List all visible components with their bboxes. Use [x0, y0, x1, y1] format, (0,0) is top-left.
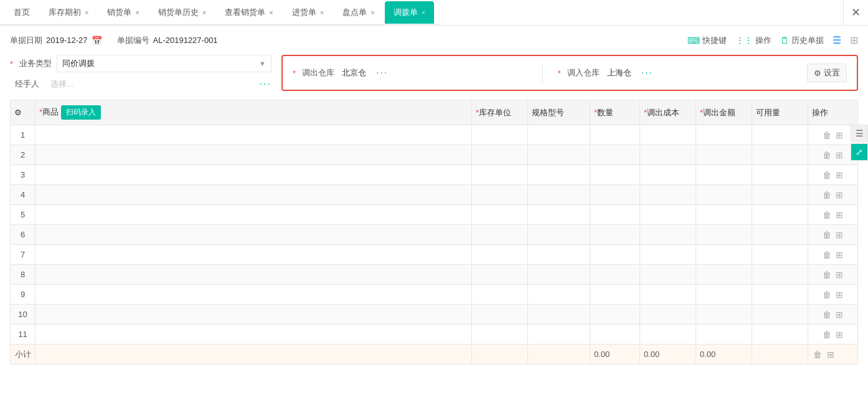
row-avail[interactable] — [752, 185, 808, 205]
row-cost[interactable] — [640, 245, 696, 265]
delete-icon[interactable]: 🗑 — [823, 310, 831, 320]
copy-icon[interactable]: ⊞ — [836, 170, 843, 180]
row-product[interactable] — [35, 205, 472, 225]
delete-icon[interactable]: 🗑 — [823, 150, 831, 160]
tab-purchase-order[interactable]: 进货单× — [283, 1, 333, 24]
delete-icon[interactable]: 🗑 — [823, 290, 831, 300]
row-avail[interactable] — [752, 205, 808, 225]
row-unit[interactable] — [472, 285, 528, 305]
row-avail[interactable] — [752, 325, 808, 345]
row-cost[interactable] — [640, 285, 696, 305]
row-product[interactable] — [35, 285, 472, 305]
row-unit[interactable] — [472, 225, 528, 245]
row-spec[interactable] — [528, 325, 590, 345]
row-spec[interactable] — [528, 185, 590, 205]
row-avail[interactable] — [752, 305, 808, 325]
row-avail[interactable] — [752, 165, 808, 185]
tab-sales-order[interactable]: 销货单× — [98, 1, 148, 24]
person-input[interactable]: 选择... — [50, 79, 73, 90]
copy-icon[interactable]: ⊞ — [836, 250, 843, 260]
delete-icon[interactable]: 🗑 — [823, 130, 831, 140]
row-qty[interactable] — [590, 185, 640, 205]
row-cost[interactable] — [640, 145, 696, 165]
row-cost[interactable] — [640, 305, 696, 325]
delete-icon[interactable]: 🗑 — [823, 250, 831, 260]
tab-close-inventory-check[interactable]: × — [370, 9, 374, 16]
row-qty[interactable] — [590, 225, 640, 245]
tab-close-inventory-init[interactable]: × — [85, 9, 88, 16]
shortcuts-button[interactable]: ⌨ 快捷键 — [687, 35, 727, 46]
row-spec[interactable] — [528, 305, 590, 325]
copy-icon[interactable]: ⊞ — [836, 210, 843, 220]
row-qty[interactable] — [590, 305, 640, 325]
delete-icon[interactable]: 🗑 — [823, 210, 831, 220]
row-amount[interactable] — [696, 185, 752, 205]
tab-close-sales-history[interactable]: × — [202, 9, 206, 16]
copy-icon[interactable]: ⊞ — [836, 330, 843, 340]
history-button[interactable]: 🗒 历史单据 — [780, 35, 824, 46]
row-spec[interactable] — [528, 285, 590, 305]
scan-button[interactable]: 扫码录入 — [61, 105, 101, 120]
row-qty[interactable] — [590, 265, 640, 285]
tab-close-sales-order[interactable]: × — [135, 9, 139, 16]
row-amount[interactable] — [696, 265, 752, 285]
row-amount[interactable] — [696, 205, 752, 225]
row-amount[interactable] — [696, 225, 752, 245]
delete-icon[interactable]: 🗑 — [823, 270, 831, 280]
tab-view-sales[interactable]: 查看销货单× — [216, 1, 281, 24]
row-spec[interactable] — [528, 165, 590, 185]
tab-close-view-sales[interactable]: × — [269, 9, 273, 16]
tab-close-purchase-order[interactable]: × — [320, 9, 324, 16]
row-qty[interactable] — [590, 165, 640, 185]
tab-home[interactable]: 首页 — [5, 1, 39, 24]
subtotal-copy-icon[interactable]: ⊞ — [827, 350, 834, 359]
delete-icon[interactable]: 🗑 — [823, 170, 831, 180]
row-spec[interactable] — [528, 145, 590, 165]
row-unit[interactable] — [472, 265, 528, 285]
row-product[interactable] — [35, 325, 472, 345]
tab-transfer-order[interactable]: 调拨单× — [385, 1, 434, 24]
window-close-button[interactable]: ✕ — [843, 0, 868, 25]
row-cost[interactable] — [640, 125, 696, 145]
row-spec[interactable] — [528, 245, 590, 265]
row-qty[interactable] — [590, 285, 640, 305]
delete-icon[interactable]: 🗑 — [823, 190, 831, 200]
layout-grid-button[interactable]: ⊞ — [850, 34, 858, 46]
calendar-icon[interactable]: 📅 — [92, 36, 102, 45]
row-product[interactable] — [35, 125, 472, 145]
row-amount[interactable] — [696, 145, 752, 165]
row-avail[interactable] — [752, 225, 808, 245]
copy-icon[interactable]: ⊞ — [836, 150, 843, 160]
side-expand-button[interactable]: ⤢ — [851, 143, 868, 161]
warehouse-in-dots-button[interactable]: ··· — [641, 67, 653, 79]
row-cost[interactable] — [640, 165, 696, 185]
row-unit[interactable] — [472, 305, 528, 325]
row-avail[interactable] — [752, 285, 808, 305]
row-qty[interactable] — [590, 205, 640, 225]
subtotal-delete-icon[interactable]: 🗑 — [813, 350, 822, 359]
row-avail[interactable] — [752, 145, 808, 165]
col-header-settings[interactable]: ⚙ — [11, 100, 35, 125]
row-avail[interactable] — [752, 265, 808, 285]
person-dots-button[interactable]: ··· — [260, 79, 271, 90]
row-unit[interactable] — [472, 185, 528, 205]
row-unit[interactable] — [472, 165, 528, 185]
copy-icon[interactable]: ⊞ — [836, 130, 843, 140]
row-amount[interactable] — [696, 165, 752, 185]
row-amount[interactable] — [696, 125, 752, 145]
row-product[interactable] — [35, 305, 472, 325]
layout-list-button[interactable]: ☰ — [833, 34, 841, 46]
row-unit[interactable] — [472, 325, 528, 345]
delete-icon[interactable]: 🗑 — [823, 230, 831, 240]
row-spec[interactable] — [528, 205, 590, 225]
copy-icon[interactable]: ⊞ — [836, 190, 843, 200]
row-amount[interactable] — [696, 305, 752, 325]
row-avail[interactable] — [752, 245, 808, 265]
row-amount[interactable] — [696, 245, 752, 265]
tab-inventory-init[interactable]: 库存期初× — [40, 1, 97, 24]
row-cost[interactable] — [640, 185, 696, 205]
row-product[interactable] — [35, 265, 472, 285]
copy-icon[interactable]: ⊞ — [836, 310, 843, 320]
row-qty[interactable] — [590, 145, 640, 165]
delete-icon[interactable]: 🗑 — [823, 330, 831, 340]
